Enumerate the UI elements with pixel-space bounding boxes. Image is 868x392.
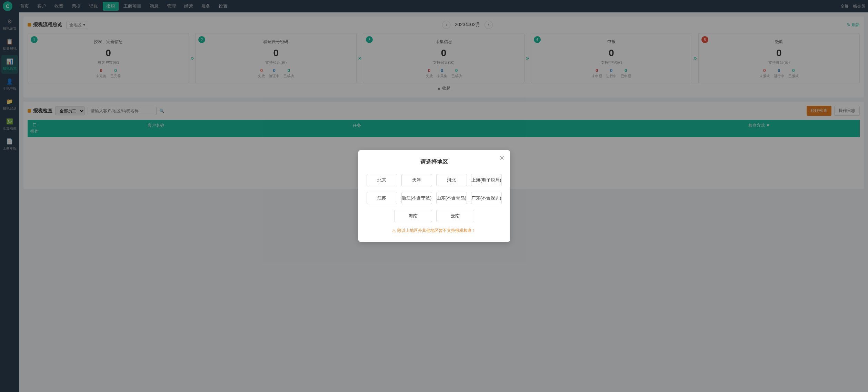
region-btn-shanghai[interactable]: 上海(电子税局) xyxy=(471,174,502,186)
modal-close-btn[interactable]: ✕ xyxy=(499,154,505,162)
region-btn-shandong[interactable]: 山东(不含青岛) xyxy=(436,192,467,204)
modal-overlay: ✕ 请选择地区 北京 天津 河北 上海(电子税局) 江苏 浙江(不含宁波) 山东… xyxy=(0,0,868,392)
region-btn-beijing[interactable]: 北京 xyxy=(367,174,397,186)
region-grid-row3: 海南 云南 xyxy=(367,210,502,222)
region-grid-row2: 江苏 浙江(不含宁波) 山东(不含青岛) 广东(不含深圳) xyxy=(367,192,502,204)
region-select-modal: ✕ 请选择地区 北京 天津 河北 上海(电子税局) 江苏 浙江(不含宁波) 山东… xyxy=(358,150,510,242)
region-btn-tianjin[interactable]: 天津 xyxy=(401,174,432,186)
modal-title: 请选择地区 xyxy=(367,158,502,166)
region-btn-guangdong[interactable]: 广东(不含深圳) xyxy=(471,192,502,204)
warning-text: 除以上地区外其他地区暂不支持报税检查！ xyxy=(397,228,476,234)
region-btn-zhejiang[interactable]: 浙江(不含宁波) xyxy=(401,192,432,204)
modal-warning: ⚠ 除以上地区外其他地区暂不支持报税检查！ xyxy=(367,228,502,234)
region-btn-hainan[interactable]: 海南 xyxy=(394,210,432,222)
warning-icon: ⚠ xyxy=(392,228,396,233)
region-btn-yunnan[interactable]: 云南 xyxy=(436,210,474,222)
region-grid-row1: 北京 天津 河北 上海(电子税局) xyxy=(367,174,502,186)
region-btn-jiangsu[interactable]: 江苏 xyxy=(367,192,397,204)
region-btn-hebei[interactable]: 河北 xyxy=(436,174,467,186)
